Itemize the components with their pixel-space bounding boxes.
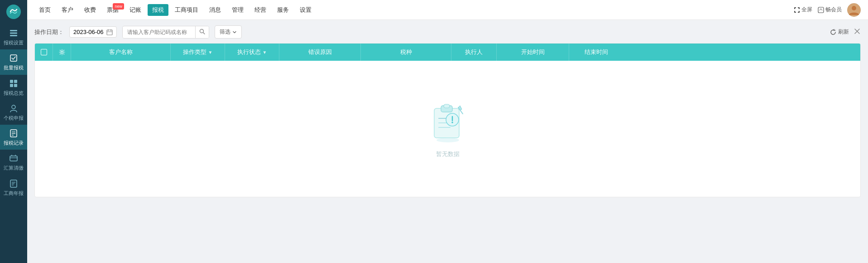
svg-rect-8: [14, 84, 17, 87]
search-icon: [199, 29, 205, 34]
table-header: 客户名称 操作类型 ▼ 执行状态 ▼ 错误原因 税种 执行人: [35, 44, 860, 61]
sort-icon: ▼: [208, 50, 213, 55]
refresh-button[interactable]: 刷新: [830, 28, 849, 36]
sidebar: 报税设置 批量报税 报税总览 个税申报: [0, 0, 27, 263]
content-area: 操作日期： 2023-06-06: [27, 20, 868, 263]
sidebar-item-piliang-baoshui[interactable]: 批量报税: [0, 49, 27, 74]
nav-item-shezhi[interactable]: 设置: [295, 4, 316, 16]
settings-icon: [9, 28, 19, 38]
batch-icon: [9, 53, 19, 63]
th-checkbox[interactable]: [35, 44, 53, 61]
select-all-checkbox[interactable]: [41, 49, 47, 55]
nav-item-customer[interactable]: 客户: [57, 4, 78, 16]
calendar-icon: [106, 29, 113, 35]
nav-item-gongshang[interactable]: 工商项目: [170, 4, 203, 16]
svg-rect-1: [10, 30, 17, 31]
sidebar-item-huisuan-jiaona[interactable]: 汇算清缴: [0, 150, 27, 175]
svg-rect-20: [818, 7, 824, 13]
th-exec-status[interactable]: 执行状态 ▼: [225, 44, 279, 61]
svg-point-9: [12, 105, 15, 109]
th-gear[interactable]: [53, 44, 71, 61]
svg-rect-2: [10, 33, 17, 34]
fullscreen-icon: [794, 7, 800, 13]
sort-icon: ▼: [263, 50, 267, 55]
nav-item-shoufei[interactable]: 收费: [80, 4, 101, 16]
top-nav-right: 全屏 畅会员: [794, 3, 861, 17]
nav-item-piaoju[interactable]: 票据 new: [102, 4, 123, 16]
th-error-reason: 错误原因: [279, 44, 361, 61]
app-logo[interactable]: [5, 4, 22, 20]
nav-item-guanli[interactable]: 管理: [227, 4, 248, 16]
nav-item-fuwu[interactable]: 服务: [273, 4, 293, 16]
chevron-down-icon: [232, 30, 237, 34]
filter-button[interactable]: 筛选: [215, 25, 242, 39]
member-icon: [818, 7, 824, 13]
annual-report-icon: [9, 179, 19, 189]
th-customer-name: 客户名称: [71, 44, 171, 61]
search-box: [122, 26, 209, 39]
date-label: 操作日期：: [34, 28, 64, 36]
svg-rect-4: [10, 55, 17, 61]
sidebar-item-gongshang-nianbao[interactable]: 工商年报: [0, 175, 27, 200]
empty-illustration: [427, 99, 468, 145]
th-operation-type[interactable]: 操作类型 ▼: [171, 44, 225, 61]
search-button[interactable]: [195, 26, 209, 38]
svg-rect-6: [14, 80, 17, 83]
nav-item-home[interactable]: 首页: [34, 4, 55, 16]
nav-item-xiaoxi[interactable]: 消息: [205, 4, 225, 16]
record-icon: [9, 128, 19, 138]
settlement-icon: [9, 153, 19, 163]
svg-line-28: [203, 32, 205, 34]
member-button[interactable]: 畅会员: [818, 6, 842, 14]
th-end-time: 结束时间: [569, 44, 623, 61]
svg-point-31: [61, 51, 63, 54]
svg-rect-7: [10, 84, 13, 87]
fullscreen-button[interactable]: 全屏: [794, 6, 812, 14]
th-executor: 执行人: [451, 44, 497, 61]
new-badge: new: [113, 3, 124, 10]
empty-state: 暂无数据: [427, 99, 468, 158]
close-button[interactable]: [854, 28, 861, 36]
svg-point-22: [852, 6, 856, 10]
refresh-icon: [830, 29, 836, 35]
sidebar-item-geshuishenba[interactable]: 个税申报: [0, 100, 27, 125]
column-settings-icon: [59, 49, 65, 55]
nav-items: 首页 客户 收费 票据 new 记账 报税 工商项目 消息 管理 经营 服务 设…: [34, 4, 794, 16]
nav-item-jizhang[interactable]: 记账: [125, 4, 146, 16]
close-icon: [854, 28, 861, 35]
svg-rect-14: [10, 156, 17, 161]
personal-tax-icon: [9, 103, 19, 113]
svg-point-40: [451, 122, 453, 123]
table-body: 暂无数据: [35, 61, 860, 197]
toolbar: 操作日期： 2023-06-06: [34, 25, 861, 39]
avatar[interactable]: [847, 3, 861, 17]
data-table: 客户名称 操作类型 ▼ 执行状态 ▼ 错误原因 税种 执行人: [34, 43, 861, 197]
svg-rect-3: [10, 35, 17, 36]
th-tax-type: 税种: [361, 44, 451, 61]
sidebar-item-baoshui-jilu[interactable]: 报税记录: [0, 125, 27, 150]
main-area: 首页 客户 收费 票据 new 记账 报税 工商项目 消息 管理 经营 服务 设…: [27, 0, 868, 263]
svg-rect-5: [10, 80, 13, 83]
svg-rect-23: [107, 30, 112, 35]
search-input[interactable]: [123, 27, 195, 38]
top-nav: 首页 客户 收费 票据 new 记账 报税 工商项目 消息 管理 经营 服务 设…: [27, 0, 868, 20]
overview-icon: [9, 78, 19, 88]
empty-text: 暂无数据: [436, 150, 460, 158]
svg-rect-34: [444, 104, 450, 108]
sidebar-item-baoshui-shezhi[interactable]: 报税设置: [0, 24, 27, 49]
nav-item-jingying[interactable]: 经营: [250, 4, 271, 16]
sidebar-item-baoshui-zonlan[interactable]: 报税总览: [0, 75, 27, 100]
date-picker[interactable]: 2023-06-06: [69, 26, 117, 38]
toolbar-right: 刷新: [830, 28, 861, 36]
nav-item-baoshui[interactable]: 报税: [148, 4, 168, 16]
avatar-image: [847, 3, 861, 17]
th-start-time: 开始时间: [497, 44, 569, 61]
svg-point-0: [6, 5, 21, 19]
svg-point-43: [436, 138, 459, 142]
